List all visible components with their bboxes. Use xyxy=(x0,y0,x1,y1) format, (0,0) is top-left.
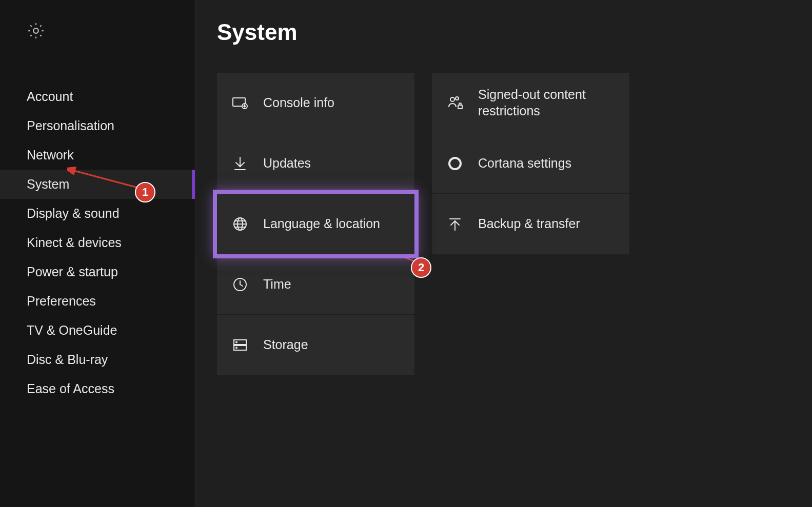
clock-icon xyxy=(231,276,249,293)
sidebar-item-network[interactable]: Network xyxy=(0,140,195,170)
svg-point-11 xyxy=(455,97,459,100)
card-columns: Console info Updates xyxy=(217,73,790,375)
sidebar-item-display-sound[interactable]: Display & sound xyxy=(0,199,195,228)
card-label: Storage xyxy=(263,337,308,353)
card-label: Language & location xyxy=(263,216,380,232)
sidebar-item-label: Display & sound xyxy=(27,206,120,220)
cortana-icon xyxy=(446,155,464,172)
sidebar-item-power-startup[interactable]: Power & startup xyxy=(0,257,195,287)
sidebar: Account Personalisation Network System D… xyxy=(0,0,195,507)
svg-point-8 xyxy=(236,342,237,343)
storage-icon xyxy=(231,336,249,354)
card-label: Cortana settings xyxy=(478,155,571,171)
card-signed-out-restrictions[interactable]: Signed-out content restrictions xyxy=(432,73,629,133)
gear-icon xyxy=(27,33,45,42)
sidebar-item-tv-oneguide[interactable]: TV & OneGuide xyxy=(0,316,195,345)
card-language-location[interactable]: Language & location xyxy=(217,194,414,254)
card-time[interactable]: Time xyxy=(217,254,414,315)
download-icon xyxy=(231,155,249,172)
card-label: Backup & transfer xyxy=(478,216,580,232)
svg-point-10 xyxy=(450,97,454,102)
card-column-left: Console info Updates xyxy=(217,73,414,375)
sidebar-item-kinect-devices[interactable]: Kinect & devices xyxy=(0,228,195,257)
sidebar-item-personalisation[interactable]: Personalisation xyxy=(0,111,195,140)
sidebar-item-label: Ease of Access xyxy=(27,381,114,396)
card-updates[interactable]: Updates xyxy=(217,133,414,194)
card-label: Updates xyxy=(263,155,311,171)
card-storage[interactable]: Storage xyxy=(217,315,414,375)
card-label: Console info xyxy=(263,95,334,111)
sidebar-item-label: Preferences xyxy=(27,294,96,308)
svg-point-9 xyxy=(236,348,237,349)
sidebar-item-label: Kinect & devices xyxy=(27,235,122,250)
svg-rect-12 xyxy=(458,105,462,109)
card-column-right: Signed-out content restrictions Cortana … xyxy=(432,73,629,375)
sidebar-item-label: System xyxy=(27,177,69,191)
card-label: Time xyxy=(263,276,291,292)
sidebar-item-ease-of-access[interactable]: Ease of Access xyxy=(0,374,195,403)
sidebar-item-account[interactable]: Account xyxy=(0,82,195,111)
upload-icon xyxy=(446,215,464,233)
sidebar-item-label: Disc & Blu-ray xyxy=(27,352,108,367)
people-lock-icon xyxy=(446,94,464,112)
sidebar-item-disc-bluray[interactable]: Disc & Blu-ray xyxy=(0,345,195,374)
card-cortana-settings[interactable]: Cortana settings xyxy=(432,133,629,194)
sidebar-item-system[interactable]: System xyxy=(0,170,195,199)
sidebar-item-label: TV & OneGuide xyxy=(27,323,117,337)
sidebar-item-preferences[interactable]: Preferences xyxy=(0,287,195,316)
svg-point-13 xyxy=(449,158,461,169)
globe-icon xyxy=(231,215,249,233)
main: System Console info xyxy=(195,0,812,507)
sidebar-item-label: Account xyxy=(27,89,73,104)
console-info-icon xyxy=(231,94,249,112)
sidebar-item-label: Network xyxy=(27,148,74,162)
sidebar-item-label: Personalisation xyxy=(27,118,114,133)
svg-point-0 xyxy=(33,28,38,33)
page-title: System xyxy=(217,19,790,45)
card-console-info[interactable]: Console info xyxy=(217,73,414,133)
card-backup-transfer[interactable]: Backup & transfer xyxy=(432,194,629,254)
card-label: Signed-out content restrictions xyxy=(478,87,615,119)
sidebar-item-label: Power & startup xyxy=(27,265,118,279)
